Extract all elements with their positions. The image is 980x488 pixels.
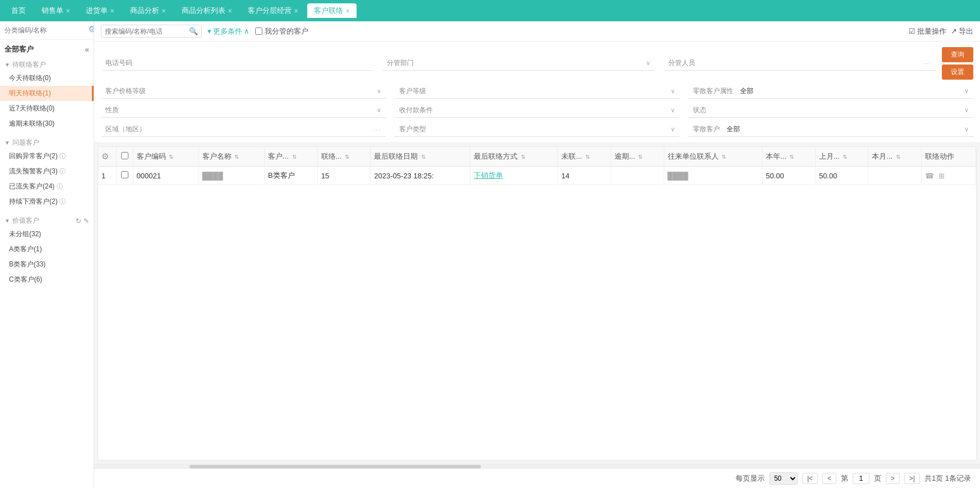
customer-type-icon[interactable]: ∨ — [671, 126, 675, 133]
more-filters-btn[interactable]: ▾ 更多条件 ∧ — [207, 26, 249, 36]
search-input[interactable] — [105, 27, 189, 35]
sidebar-item-declining[interactable]: 持续下滑客户(2) ⓘ — [0, 194, 94, 209]
close-contact-icon[interactable]: ✕ — [345, 8, 350, 14]
adv-filter-row1: 电话号码 分管部门 ∨ 分管人员 ··· 查询 设置 — [101, 47, 973, 80]
col-type-sort-icon[interactable]: ⇅ — [292, 154, 297, 160]
sidebar-item-class-c[interactable]: C类客户(6) — [0, 272, 94, 287]
collapse-icon[interactable]: « — [85, 45, 89, 54]
retail-customer-icon[interactable]: ∨ — [964, 126, 969, 133]
col-contact-sort-icon[interactable]: ⇅ — [345, 154, 349, 160]
group-value-customers: 价值客户 ↻ ✎ — [0, 213, 94, 227]
sidebar-item-churn-warning[interactable]: 流失预警客户(3) ⓘ — [0, 164, 94, 179]
group-problem-customers: 问题客户 — [0, 135, 94, 149]
price-level-icon[interactable]: ∨ — [377, 88, 381, 95]
action-grid-icon[interactable]: ⊞ — [939, 172, 945, 180]
filter-customer-level: 客户等级 ∨ — [395, 84, 679, 99]
col-overdue-sort-icon[interactable]: ⇅ — [638, 154, 642, 160]
batch-action-btn[interactable]: ☑ 批量操作 — [909, 26, 946, 36]
search-submit-icon[interactable]: 🔍 — [189, 27, 198, 35]
close-product-list-icon[interactable]: ✕ — [228, 8, 232, 14]
top-right-actions: ☑ 批量操作 ↗ 导出 — [909, 26, 973, 36]
status-icon[interactable]: ∨ — [964, 107, 969, 114]
scrollbar-thumb[interactable] — [189, 465, 481, 468]
main-layout: 🔍 全部客户 « 待联络客户 今天待联络(0) 明天待联络(1) 近7天待联络(… — [0, 21, 980, 488]
col-last-month-sort-icon[interactable]: ⇅ — [843, 154, 847, 160]
filter-bar: 🔍 ▾ 更多条件 ∧ 我分管的客户 ☑ 批量操作 ↗ 导出 — [94, 21, 980, 42]
col-not-contacted-sort-icon[interactable]: ⇅ — [585, 154, 590, 160]
nav-product-analysis-list[interactable]: 商品分析列表 ✕ — [175, 3, 239, 18]
col-settings-icon[interactable]: ⚙ — [101, 151, 109, 161]
sidebar-item-tomorrow[interactable]: 明天待联络(1) — [0, 86, 94, 101]
last-page-btn[interactable]: >| — [904, 473, 920, 484]
col-last-way-header: 最后联络方式 ⇅ — [470, 147, 558, 167]
close-sales-icon[interactable]: ✕ — [66, 8, 70, 14]
customer-type-label: 客户类型 — [399, 125, 426, 134]
col-last-way-sort-icon[interactable]: ⇅ — [521, 154, 525, 160]
sidebar-search-icon[interactable]: 🔍 — [89, 26, 94, 35]
col-name-sort-icon[interactable]: ⇅ — [234, 154, 239, 160]
filter-status: 状态 ∨ — [688, 103, 973, 118]
col-last-date-label: 最后联络日期 — [374, 152, 418, 160]
action-phone-icon[interactable]: ☎ — [925, 172, 934, 180]
close-purchase-icon[interactable]: ✕ — [110, 8, 114, 14]
data-table: ⚙ 客户编码 ⇅ 客户名称 ⇅ — [98, 147, 976, 185]
filter-icon: ▾ — [207, 27, 211, 35]
page-label: 第 — [841, 473, 848, 484]
horizontal-scrollbar[interactable] — [94, 464, 980, 468]
refresh-icon[interactable]: ↻ — [76, 217, 81, 225]
my-customers-toggle[interactable]: 我分管的客户 — [255, 26, 308, 36]
sidebar-item-overdue[interactable]: 逾期未联络(30) — [0, 116, 94, 131]
my-customers-checkbox[interactable] — [255, 27, 262, 35]
row-last-way: 下销货单 — [470, 167, 558, 185]
sidebar-item-unclassified[interactable]: 未分组(32) — [0, 227, 94, 242]
col-settings: ⚙ — [98, 147, 116, 167]
data-table-area: ⚙ 客户编码 ⇅ 客户名称 ⇅ — [98, 146, 977, 461]
page-number-input[interactable] — [853, 473, 870, 484]
sidebar-item-class-a[interactable]: A类客户(1) — [0, 242, 94, 257]
col-last-month-header: 上月... ⇅ — [815, 147, 868, 167]
prev-page-btn[interactable]: < — [822, 473, 836, 484]
price-level-label: 客户价格等级 — [105, 86, 146, 96]
sidebar-item-class-b[interactable]: B类客户(33) — [0, 257, 94, 272]
payment-icon[interactable]: ∨ — [671, 107, 675, 114]
nav-sales[interactable]: 销售单 ✕ — [35, 3, 77, 18]
adv-filter-row2: 客户价格等级 ∨ 客户等级 ∨ 零散客户属性 全部 ∨ — [101, 84, 973, 99]
first-page-btn[interactable]: |< — [802, 473, 818, 484]
edit-value-icon[interactable]: ✎ — [84, 217, 89, 225]
sidebar-item-abnormal[interactable]: 回购异常客户(2) ⓘ — [0, 149, 94, 164]
col-code-sort-icon[interactable]: ⇅ — [169, 154, 173, 160]
row-checkbox[interactable] — [121, 171, 128, 178]
nav-purchase[interactable]: 进货单 ✕ — [79, 3, 121, 18]
filter-actions: 查询 设置 — [942, 47, 973, 80]
region-ellipsis-icon[interactable]: ··· — [373, 126, 381, 133]
nav-customer-segment[interactable]: 客户分层经营 ✕ — [241, 3, 305, 18]
col-this-year-sort-icon[interactable]: ⇅ — [789, 154, 794, 160]
next-page-btn[interactable]: > — [886, 473, 900, 484]
nav-customer-contact[interactable]: 客户联络 ✕ — [307, 3, 357, 18]
last-way-link[interactable]: 下销货单 — [474, 171, 503, 179]
select-all-checkbox[interactable] — [121, 152, 128, 159]
export-btn[interactable]: ↗ 导出 — [951, 26, 973, 36]
sidebar-search-input[interactable] — [4, 26, 89, 34]
top-nav: 首页 销售单 ✕ 进货单 ✕ 商品分析 ✕ 商品分析列表 ✕ 客户分层经营 ✕ … — [0, 0, 980, 21]
sidebar-item-7days[interactable]: 近7天待联络(0) — [0, 101, 94, 116]
nav-product-analysis[interactable]: 商品分析 ✕ — [123, 3, 173, 18]
close-segment-icon[interactable]: ✕ — [294, 8, 298, 14]
sidebar-item-today[interactable]: 今天待联络(0) — [0, 71, 94, 86]
nature-icon[interactable]: ∨ — [377, 107, 381, 114]
person-ellipsis-icon[interactable]: ··· — [923, 60, 932, 67]
retail-customer-label: 零散客户 — [693, 125, 720, 134]
per-page-select[interactable]: 50 100 200 — [769, 472, 798, 485]
col-last-date-sort-icon[interactable]: ⇅ — [421, 154, 426, 160]
filter-retail-customer: 零散客户 全部 ∨ — [688, 122, 973, 137]
col-this-month-sort-icon[interactable]: ⇅ — [896, 154, 900, 160]
col-unit-sort-icon[interactable]: ⇅ — [722, 154, 726, 160]
dept-dropdown-icon[interactable]: ∨ — [646, 59, 650, 67]
sidebar-item-churned[interactable]: 已流失客户(24) ⓘ — [0, 179, 94, 194]
customer-level-icon[interactable]: ∨ — [671, 88, 675, 95]
close-product-analysis-icon[interactable]: ✕ — [161, 8, 166, 14]
retail-attr-icon[interactable]: ∨ — [964, 88, 969, 95]
settings-button[interactable]: 设置 — [942, 65, 973, 80]
nav-home[interactable]: 首页 — [4, 3, 33, 18]
query-button[interactable]: 查询 — [942, 47, 973, 62]
